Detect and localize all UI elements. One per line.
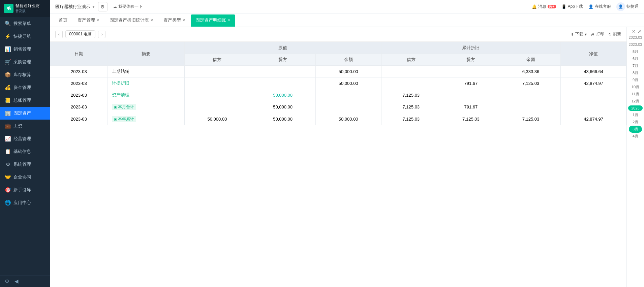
cell-net-value <box>561 89 626 101</box>
table-row: 2023-03 ▣ 本月合计 50,000.00 7,125.03 <box>50 101 626 113</box>
cell-orig-balance: 50,000.00 <box>315 66 381 77</box>
timeline-month-10[interactable]: 10月 <box>627 84 644 91</box>
cell-net-value: 43,666.64 <box>561 66 626 77</box>
col-orig-debit: 借方 <box>184 54 250 66</box>
sidebar-item-enterprise[interactable]: 🤝 企业协同 <box>0 171 50 184</box>
cell-net-value <box>561 101 626 113</box>
sidebar-item-operations[interactable]: 📈 经营管理 <box>0 132 50 145</box>
sidebar-item-quick-nav[interactable]: ⚡ 快捷导航 <box>0 30 50 43</box>
cell-orig-credit: 50,000.00 <box>250 101 316 113</box>
col-original-value: 原值 <box>184 42 381 54</box>
tab-asset-mgmt[interactable]: 资产管理 ✕ <box>73 14 104 27</box>
timeline-month-3-active[interactable]: 3月 <box>629 126 642 133</box>
cell-date: 2023-03 <box>50 101 108 113</box>
tab-depreciation-stats[interactable]: 固定资产折旧统计表 ✕ <box>105 14 158 27</box>
cell-summary: 资产清理 <box>108 89 184 101</box>
collapse-icon[interactable]: ◀ <box>14 278 19 284</box>
timeline-month-4[interactable]: 4月 <box>627 133 644 140</box>
notifications-button[interactable]: 🔔 消息 99+ <box>532 4 556 9</box>
cell-acc-balance: 7,125.03 <box>501 77 561 89</box>
refresh-icon: ↻ <box>608 32 612 37</box>
print-button[interactable]: 🖨 打印 <box>591 31 604 37</box>
tab-close-depreciation-stats[interactable]: ✕ <box>150 18 153 23</box>
asset-nav-actions: ⬇ 下载 ▾ 🖨 打印 ↻ 刷新 <box>571 31 621 37</box>
cell-date: 2023-03 <box>50 113 108 125</box>
tab-close-asset-type[interactable]: ✕ <box>182 18 185 23</box>
logo-title: 畅捷通好业财 <box>16 3 40 9</box>
table-row: 2023-03 ▣ 本年累计 50,000.00 50,000.00 50,00… <box>50 113 626 125</box>
cell-acc-debit <box>381 66 441 77</box>
cell-acc-debit <box>381 77 441 89</box>
cell-acc-credit <box>441 66 501 77</box>
expand-panel-button[interactable]: ⤢ <box>638 29 641 34</box>
timeline-month-9[interactable]: 9月 <box>627 76 644 84</box>
table-row: 2023-03 上期结转 50,000.00 6,333.36 43,666.6… <box>50 66 626 77</box>
sidebar-item-sales[interactable]: 📊 销售管理 <box>0 43 50 56</box>
cell-orig-credit <box>250 66 316 77</box>
tab-fixed-ledger[interactable]: 固定资产明细账 ✕ <box>191 14 235 27</box>
download-button[interactable]: ⬇ 下载 ▾ <box>571 31 587 37</box>
cell-acc-balance <box>501 101 561 113</box>
cell-orig-credit: 50,000.00 <box>250 113 316 125</box>
tab-home[interactable]: 首页 <box>54 14 72 27</box>
timeline-month-2[interactable]: 2月 <box>627 119 644 126</box>
cell-orig-debit: 50,000.00 <box>184 113 250 125</box>
refresh-button[interactable]: ↻ 刷新 <box>608 31 621 37</box>
timeline-month-6[interactable]: 6月 <box>627 55 644 62</box>
basic-info-icon: 📋 <box>5 149 11 155</box>
user-menu[interactable]: 👤 畅捷通 <box>616 2 639 11</box>
panel-controls: ✕ ⤢ <box>627 27 644 34</box>
chevron-right-icon: › <box>101 32 102 37</box>
tab-asset-type[interactable]: 资产类型 ✕ <box>159 14 190 27</box>
cell-net-value: 42,874.97 <box>561 113 626 125</box>
fixed-assets-icon: 🏢 <box>5 110 11 116</box>
timeline-year-2023[interactable]: 2023 <box>628 105 643 111</box>
experience-button[interactable]: ☁ 我要体验一下 <box>113 4 143 9</box>
next-asset-button[interactable]: › <box>98 31 105 38</box>
timeline-month-1[interactable]: 1月 <box>627 111 644 119</box>
cell-date: 2023-03 <box>50 66 108 77</box>
system-icon: ⚙ <box>5 161 11 167</box>
month-total-badge: ▣ 本月合计 <box>112 104 136 110</box>
company-selector[interactable]: 医疗器械行业演示 ▼ <box>55 4 95 10</box>
timeline-month-7[interactable]: 7月 <box>627 62 644 69</box>
sidebar-item-salary[interactable]: 💼 工资 <box>0 120 50 132</box>
timeline-month-8[interactable]: 8月 <box>627 69 644 76</box>
enterprise-icon: 🤝 <box>5 174 11 180</box>
cell-orig-debit <box>184 66 250 77</box>
cell-orig-debit <box>184 77 250 89</box>
timeline-month-5[interactable]: 5月 <box>627 48 644 55</box>
table-wrap: 日期 摘要 原值 累计折旧 净值 借方 贷方 余额 借方 贷方 余额 <box>50 42 626 287</box>
tab-close-asset-mgmt[interactable]: ✕ <box>96 18 99 23</box>
cell-acc-credit <box>441 89 501 101</box>
sales-icon: 📊 <box>5 46 11 52</box>
online-service-button[interactable]: 👤 在线客服 <box>588 4 611 9</box>
sidebar-item-inventory[interactable]: 📦 库存核算 <box>0 68 50 81</box>
sidebar-item-ledger[interactable]: 📒 总账管理 <box>0 94 50 107</box>
cell-summary: 上期结转 <box>108 66 184 77</box>
sidebar-item-fixed-assets[interactable]: 🏢 固定资产 <box>0 107 50 120</box>
prev-asset-button[interactable]: ‹ <box>55 31 63 38</box>
close-panel-button[interactable]: ✕ <box>632 29 636 34</box>
sidebar-item-search[interactable]: 🔍 搜索菜单 <box>0 17 50 30</box>
settings-button[interactable]: ⚙ <box>98 2 108 11</box>
timeline-month-12[interactable]: 12月 <box>627 98 644 105</box>
asset-tag: 000001 电脑 <box>65 30 95 38</box>
sidebar-item-system[interactable]: ⚙ 系统管理 <box>0 158 50 171</box>
sidebar-item-purchase[interactable]: 🛒 采购管理 <box>0 56 50 68</box>
sidebar-item-basic-info[interactable]: 📋 基础信息 <box>0 145 50 158</box>
sidebar-item-capital[interactable]: 💰 资金管理 <box>0 81 50 94</box>
cell-acc-balance: 7,125.03 <box>501 113 561 125</box>
fixed-asset-table: 日期 摘要 原值 累计折旧 净值 借方 贷方 余额 借方 贷方 余额 <box>50 42 626 125</box>
purchase-icon: 🛒 <box>5 59 11 65</box>
app-download-button[interactable]: 📱 App下载 <box>561 4 583 9</box>
tab-close-fixed-ledger[interactable]: ✕ <box>227 18 231 23</box>
settings-bottom-icon[interactable]: ⚙ <box>5 278 9 284</box>
sidebar: 畅 畅捷通好业财 普及版 🔍 搜索菜单 ⚡ 快捷导航 📊 销售管理 🛒 采购管理… <box>0 0 50 287</box>
sidebar-item-guide[interactable]: 🎯 新手引导 <box>0 184 50 196</box>
search-icon: 🔍 <box>5 21 11 27</box>
col-summary: 摘要 <box>108 42 184 66</box>
content-main: ‹ 000001 电脑 › ⬇ 下载 ▾ 🖨 打印 <box>50 27 626 287</box>
sidebar-item-app-center[interactable]: 🌐 应用中心 <box>0 196 50 209</box>
timeline-month-11[interactable]: 11月 <box>627 91 644 98</box>
